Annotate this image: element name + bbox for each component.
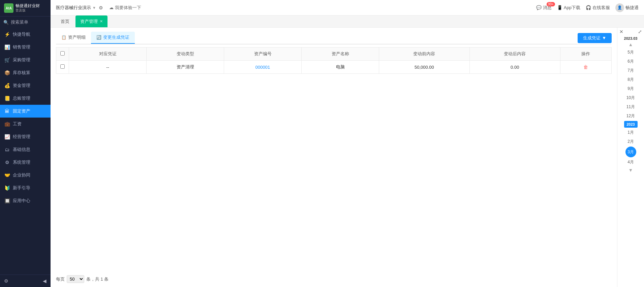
generate-voucher-button[interactable]: 生成凭证 ▼ xyxy=(578,33,612,43)
sidebar-item-funds[interactable]: 💰 资金管理 xyxy=(0,79,51,92)
topbar-settings-icon[interactable]: ⚙ xyxy=(99,5,103,10)
right-panel-expand-button[interactable]: ⤢ xyxy=(638,29,642,34)
sidebar-item-basic-info[interactable]: 🗂 基础信息 xyxy=(0,143,51,156)
generate-voucher-label: 生成凭证 xyxy=(583,35,601,41)
month-feb23[interactable]: 2月 xyxy=(624,137,638,146)
sidebar-item-inventory[interactable]: 📦 库存核算 xyxy=(0,66,51,79)
table-header-row: 对应凭证 变动类型 资产编号 资产名称 xyxy=(56,47,612,61)
month-nov[interactable]: 11月 xyxy=(624,103,638,111)
sidebar-item-enterprise[interactable]: 🤝 企业协同 xyxy=(0,169,51,182)
sidebar-item-label: 采购管理 xyxy=(13,57,30,63)
delete-row-button[interactable]: 🗑 xyxy=(583,64,588,70)
experience-button[interactable]: ☁ 我要体验一下 xyxy=(109,5,141,11)
inventory-icon: 📦 xyxy=(4,70,10,75)
company-selector[interactable]: 医疗器械行业演示 ▼ xyxy=(56,5,96,11)
sidebar-item-guide[interactable]: 🔰 新手引导 xyxy=(0,182,51,194)
sidebar-item-fixed-assets[interactable]: 🏛 固定资产 xyxy=(0,105,51,118)
sidebar-item-app-center[interactable]: 🔲 应用中心 xyxy=(0,194,51,207)
select-all-checkbox[interactable] xyxy=(60,51,65,56)
guide-icon: 🔰 xyxy=(4,185,10,191)
month-mar23[interactable]: 3月 xyxy=(625,147,636,157)
sidebar-item-purchase[interactable]: 🛒 采购管理 xyxy=(0,54,51,66)
sidebar-item-label: 总账管理 xyxy=(13,95,30,101)
header-asset-no: 资产编号 xyxy=(224,47,302,61)
sidebar-item-label: 经营管理 xyxy=(13,134,30,140)
scroll-up-button[interactable]: ▲ xyxy=(628,42,633,47)
asset-table: 对应凭证 变动类型 资产编号 资产名称 xyxy=(56,47,612,74)
sidebar-item-label: 应用中心 xyxy=(13,198,30,204)
online-service-button[interactable]: 🎧 在线客服 xyxy=(586,5,610,11)
tab-asset-mgmt[interactable]: 资产管理 ✕ xyxy=(75,15,108,27)
month-sep[interactable]: 9月 xyxy=(624,85,638,93)
month-dec[interactable]: 12月 xyxy=(624,112,638,120)
table-footer: 每页 50 10 20 100 条，共 1 条 xyxy=(56,272,612,283)
sidebar-item-label: 快捷导航 xyxy=(13,31,30,37)
funds-icon: 💰 xyxy=(4,83,10,88)
service-icon: 🎧 xyxy=(586,5,591,10)
sidebar-nav: ⚡ 快捷导航 📊 销售管理 🛒 采购管理 📦 库存核算 💰 资金管理 📒 总账管… xyxy=(0,28,51,275)
sub-tab-asset-detail-label: 资产明细 xyxy=(68,34,86,40)
month-jan23[interactable]: 1月 xyxy=(624,128,638,137)
row-checkbox[interactable] xyxy=(60,64,65,69)
app-badge: 普及版 xyxy=(16,8,40,13)
app-center-icon: 🔲 xyxy=(4,198,10,203)
sidebar-item-label: 新手引导 xyxy=(13,185,30,191)
row-action: 🗑 xyxy=(560,61,611,74)
messages-button[interactable]: 💬 消息 99+ xyxy=(536,5,552,11)
row-asset-no: 000001 xyxy=(224,61,302,74)
row-checkbox-cell xyxy=(56,61,69,74)
search-icon: 🔍 xyxy=(3,20,9,25)
sub-tabs-row: 📋 资产明细 🔄 变更生成凭证 生成凭证 ▼ xyxy=(56,32,612,44)
page-size-select[interactable]: 50 10 20 100 xyxy=(67,275,84,283)
ledger-icon: 📒 xyxy=(4,96,10,101)
row-change-type: 资产清理 xyxy=(147,61,224,74)
sidebar-item-salary[interactable]: 💼 工资 xyxy=(0,118,51,130)
month-oct[interactable]: 10月 xyxy=(624,94,638,102)
search-menu[interactable]: 🔍 搜索菜单 xyxy=(0,17,51,28)
sidebar-footer: ⚙ ◀ xyxy=(0,275,51,287)
month-aug[interactable]: 8月 xyxy=(624,75,638,84)
basic-info-icon: 🗂 xyxy=(4,147,10,152)
header-asset-name: 资产名称 xyxy=(302,47,379,61)
sidebar-item-label: 企业协同 xyxy=(13,172,30,178)
tabbar: 首页 资产管理 ✕ xyxy=(51,15,644,28)
month-jul[interactable]: 7月 xyxy=(624,66,638,75)
change-voucher-icon: 🔄 xyxy=(96,35,101,40)
year-2023-badge[interactable]: 2023 xyxy=(624,121,638,128)
month-may[interactable]: 5月 xyxy=(624,48,638,57)
avatar: 👤 xyxy=(615,3,624,12)
sub-tab-change-voucher[interactable]: 🔄 变更生成凭证 xyxy=(91,32,135,44)
tab-home[interactable]: 首页 xyxy=(56,15,74,27)
row-voucher: -- xyxy=(69,61,147,74)
scroll-down-button[interactable]: ▼ xyxy=(628,167,633,173)
sidebar-item-ledger[interactable]: 📒 总账管理 xyxy=(0,92,51,105)
sidebar-item-system[interactable]: ⚙ 系统管理 xyxy=(0,156,51,169)
sub-tab-asset-detail[interactable]: 📋 资产明细 xyxy=(56,32,91,44)
topbar-left: 医疗器械行业演示 ▼ ⚙ ☁ 我要体验一下 xyxy=(56,5,141,11)
company-dropdown-icon: ▼ xyxy=(92,6,96,10)
header-after-change: 变动后内容 xyxy=(469,47,560,61)
right-panel: ✕ ⤢ 2023.03 ▲ 5月 6月 7月 8月 9月 10月 11月 12月… xyxy=(617,28,644,287)
right-panel-close-button[interactable]: ✕ xyxy=(619,29,623,34)
experience-label: 我要体验一下 xyxy=(115,5,141,11)
sidebar-item-sales[interactable]: 📊 销售管理 xyxy=(0,41,51,54)
collapse-icon[interactable]: ◀ xyxy=(43,278,47,284)
total-label: 条，共 1 条 xyxy=(86,276,109,282)
right-panel-header: ✕ ⤢ xyxy=(617,28,644,36)
tab-close-icon[interactable]: ✕ xyxy=(100,19,103,24)
topbar-right: 💬 消息 99+ 📱 App下载 🎧 在线客服 👤 畅捷通 xyxy=(536,3,639,12)
settings-icon[interactable]: ⚙ xyxy=(4,278,8,284)
content-area: 📋 资产明细 🔄 变更生成凭证 生成凭证 ▼ xyxy=(51,28,644,287)
enterprise-icon: 🤝 xyxy=(4,172,10,178)
sales-icon: 📊 xyxy=(4,44,10,50)
messages-icon: 💬 xyxy=(536,5,542,10)
sidebar-item-label: 库存核算 xyxy=(13,70,30,76)
month-jun[interactable]: 6月 xyxy=(624,57,638,66)
tab-asset-mgmt-label: 资产管理 xyxy=(80,19,98,25)
app-download-button[interactable]: 📱 App下载 xyxy=(557,5,580,11)
sidebar-item-quick-nav[interactable]: ⚡ 快捷导航 xyxy=(0,28,51,41)
month-apr23[interactable]: 4月 xyxy=(624,158,638,166)
sidebar-item-operations[interactable]: 📈 经营管理 xyxy=(0,130,51,143)
user-profile[interactable]: 👤 畅捷通 xyxy=(615,3,639,12)
purchase-icon: 🛒 xyxy=(4,57,10,63)
